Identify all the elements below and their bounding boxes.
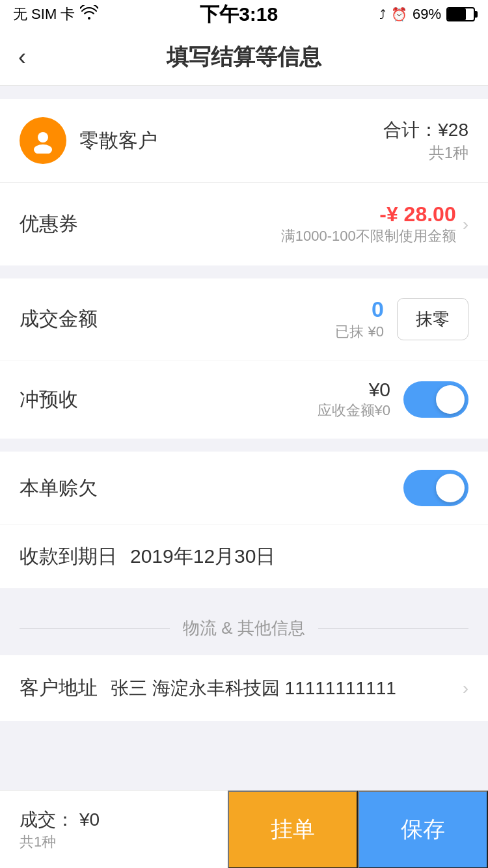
transaction-amount-sub: 已抹 ¥0 xyxy=(335,322,384,342)
debt-label: 本单赊欠 xyxy=(20,475,98,502)
bottom-deal-row: 成交： ¥0 xyxy=(20,807,208,832)
coupon-value: -¥ 28.00 满1000-100不限制使用金额 xyxy=(281,202,456,246)
address-label: 客户地址 xyxy=(20,675,98,701)
alarm-icon: ⏰ xyxy=(391,7,407,22)
bottom-count: 共1种 xyxy=(20,832,208,852)
prepay-values: ¥0 应收金额¥0 xyxy=(318,379,390,420)
coupon-right: -¥ 28.00 满1000-100不限制使用金额 › xyxy=(281,202,468,246)
no-sim-label: 无 SIM 卡 xyxy=(13,5,75,24)
amount-section: 成交金额 0 已抹 ¥0 抹零 冲预收 ¥0 应收金额¥0 xyxy=(0,278,488,439)
customer-name: 零散客户 xyxy=(79,128,157,154)
coupon-chevron-icon: › xyxy=(463,214,468,235)
address-chevron-icon: › xyxy=(463,678,468,699)
amount-right: 0 已抹 ¥0 抹零 xyxy=(335,297,468,342)
location-icon: ⤴ xyxy=(379,7,386,22)
customer-left: 零散客户 xyxy=(20,117,157,164)
content: 零散客户 合计：¥28 共1种 优惠券 -¥ 28.00 满1000-100不限… xyxy=(0,99,488,825)
svg-point-0 xyxy=(38,132,48,142)
prepay-toggle[interactable] xyxy=(403,381,468,418)
prepay-label: 冲预收 xyxy=(20,387,78,413)
coupon-amount: -¥ 28.00 xyxy=(281,202,456,226)
prepay-right: ¥0 应收金额¥0 xyxy=(318,379,468,420)
status-left: 无 SIM 卡 xyxy=(13,5,98,24)
bottom-deal-amount: ¥0 xyxy=(79,809,100,830)
wifi-icon xyxy=(80,5,98,23)
debt-toggle[interactable] xyxy=(403,470,468,506)
transaction-amount-row: 成交金额 0 已抹 ¥0 抹零 xyxy=(0,278,488,360)
prepay-row: 冲预收 ¥0 应收金额¥0 xyxy=(0,360,488,439)
debt-row: 本单赊欠 xyxy=(0,452,488,525)
debt-section: 本单赊欠 收款到期日 2019年12月30日 xyxy=(0,452,488,588)
page-title: 填写结算等信息 xyxy=(167,42,321,72)
status-right: ⤴ ⏰ 69% xyxy=(379,6,475,23)
nav-bar: ‹ 填写结算等信息 xyxy=(0,29,488,86)
transaction-amount-value: 0 xyxy=(335,297,384,322)
back-button[interactable]: ‹ xyxy=(18,44,26,71)
pending-button[interactable]: 挂单 xyxy=(228,791,358,869)
customer-total: 合计：¥28 xyxy=(383,118,468,142)
address-row[interactable]: 客户地址 张三 海淀永丰科技园 11111111111 › xyxy=(0,655,488,721)
prepay-sub: 应收金额¥0 xyxy=(318,401,390,420)
customer-right: 合计：¥28 共1种 xyxy=(383,118,468,163)
coupon-row[interactable]: 优惠券 -¥ 28.00 满1000-100不限制使用金额 › xyxy=(0,182,488,265)
divider-line-right xyxy=(318,628,468,629)
bottom-summary: 成交： ¥0 共1种 xyxy=(0,807,228,852)
prepay-left: 冲预收 xyxy=(20,387,78,413)
divider-line-left xyxy=(20,628,170,629)
bottom-deal-label: 成交： xyxy=(20,807,74,832)
customer-section: 零散客户 合计：¥28 共1种 优惠券 -¥ 28.00 满1000-100不限… xyxy=(0,99,488,265)
bottom-bar: 成交： ¥0 共1种 挂单 保存 xyxy=(0,790,488,868)
customer-row: 零散客户 合计：¥28 共1种 xyxy=(0,99,488,182)
svg-point-1 xyxy=(34,144,52,154)
status-bar: 无 SIM 卡 下午3:18 ⤴ ⏰ 69% xyxy=(0,0,488,29)
battery-icon xyxy=(446,7,475,21)
address-value: 张三 海淀永丰科技园 11111111111 xyxy=(111,676,463,701)
logistics-label: 物流 & 其他信息 xyxy=(170,617,318,640)
due-date-row: 收款到期日 2019年12月30日 xyxy=(0,525,488,588)
prepay-amount: ¥0 xyxy=(318,379,390,401)
save-button[interactable]: 保存 xyxy=(358,791,488,869)
status-time: 下午3:18 xyxy=(200,1,278,28)
customer-count: 共1种 xyxy=(383,142,468,163)
due-date-label: 收款到期日 xyxy=(20,543,117,570)
avatar xyxy=(20,117,66,164)
round-off-button[interactable]: 抹零 xyxy=(397,298,468,340)
transaction-amount-label: 成交金额 xyxy=(20,306,98,332)
address-section: 客户地址 张三 海淀永丰科技园 11111111111 › xyxy=(0,655,488,721)
due-date-value: 2019年12月30日 xyxy=(130,543,275,570)
coupon-label: 优惠券 xyxy=(20,211,78,237)
amount-value-wrap: 0 已抹 ¥0 xyxy=(335,297,384,342)
coupon-description: 满1000-100不限制使用金额 xyxy=(281,226,456,246)
battery-label: 69% xyxy=(413,6,441,23)
logistics-divider: 物流 & 其他信息 xyxy=(0,601,488,655)
